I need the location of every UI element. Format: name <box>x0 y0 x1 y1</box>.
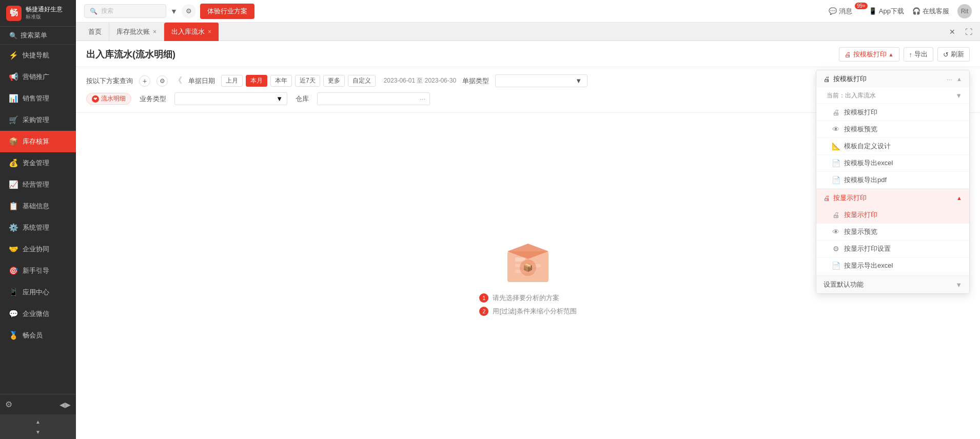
refresh-btn[interactable]: ↺ 刷新 <box>937 47 970 62</box>
tab-inout-flow-close[interactable]: × <box>208 28 211 35</box>
user-avatar[interactable]: Rit <box>957 4 972 18</box>
template-print-icon: 🖨 <box>832 108 840 116</box>
sidebar-logo: 畅 畅捷通好生意 标准版 <box>0 0 76 27</box>
scroll-up-btn[interactable]: ▲ <box>35 416 41 427</box>
customer-service-btn[interactable]: 🎧 在线客服 <box>912 7 949 16</box>
sidebar-item-app-center[interactable]: 📱 应用中心 <box>0 282 76 303</box>
template-export-excel-icon: 📄 <box>832 159 840 167</box>
page-title: 出入库流水(流水明细) <box>86 48 175 61</box>
sidebar-item-finance[interactable]: 💰 资金管理 <box>0 152 76 174</box>
biz-type-input[interactable]: ▼ <box>174 92 287 105</box>
date-cur-year-btn[interactable]: 本年 <box>270 75 292 87</box>
print-dropdown-panel: 🖨 按模板打印 ··· ▲ 当前：出入库流水 ▼ <box>816 70 970 294</box>
template-preview-item[interactable]: 👁 按模板预览 <box>816 121 969 138</box>
system-icon: ⚙️ <box>8 223 18 232</box>
date-range-text: 2023-06-01 至 2023-06-30 <box>384 76 456 85</box>
template-print-item[interactable]: 🖨 按模板打印 <box>816 104 969 121</box>
sidebar-item-purchase[interactable]: 🛒 采购管理 <box>0 109 76 131</box>
empty-step-2: 2 用[过滤]条件来缩小分析范围 <box>479 307 576 316</box>
sidebar-item-sales[interactable]: 📊 销售管理 <box>0 88 76 109</box>
trial-btn[interactable]: 体验行业方案 <box>200 4 254 19</box>
app-download-btn[interactable]: 📱 App下载 <box>869 7 904 16</box>
tab-batch-account-close[interactable]: × <box>153 28 156 35</box>
display-preview-item[interactable]: 👁 按显示预览 <box>816 224 969 241</box>
display-print-settings-item[interactable]: ⚙ 按显示打印设置 <box>816 241 969 257</box>
search-menu-icon: 🔍 <box>9 32 17 39</box>
template-export-pdf-item[interactable]: 📄 按模板导出pdf <box>816 172 969 189</box>
export-icon: ↑ <box>909 51 913 58</box>
sidebar-item-marketing[interactable]: 📢 营销推广 <box>0 66 76 88</box>
sidebar-item-system[interactable]: ⚙️ 系统管理 <box>0 217 76 238</box>
sidebar-item-quick-nav[interactable]: ⚡ 快捷导航 <box>0 45 76 66</box>
doc-type-label: 单据类型 <box>462 76 489 86</box>
warehouse-input[interactable]: ··· <box>317 92 430 105</box>
sidebar-item-enterprise-wechat[interactable]: 💬 企业微信 <box>0 303 76 325</box>
sidebar-item-label: 应用中心 <box>23 288 49 297</box>
sidebar-item-newbie[interactable]: 🎯 新手引导 <box>0 260 76 282</box>
sidebar-collapse-btn[interactable]: ◀▶ <box>60 401 71 409</box>
panel-header-dots[interactable]: ··· <box>947 75 952 83</box>
plus-icon: + <box>143 77 147 85</box>
template-export-pdf-icon: 📄 <box>832 176 840 184</box>
sidebar-settings-btn[interactable]: ⚙ <box>5 400 12 409</box>
win-maximize-btn[interactable]: ⛶ <box>963 26 975 38</box>
display-print-item[interactable]: 🖨 按显示打印 <box>816 207 969 224</box>
main-area: 🔍 搜索 ▼ ⚙ 体验行业方案 💬 消息 99+ 📱 App下载 🎧 在线客服 <box>76 0 980 439</box>
print-template-btn[interactable]: 🖨 按模板打印 ▲ <box>839 47 899 62</box>
display-export-excel-label: 按显示导出excel <box>844 261 893 270</box>
app-center-icon: 📱 <box>8 288 18 297</box>
tab-inout-flow[interactable]: 出入库流水 × <box>164 23 219 41</box>
header-left: 🔍 搜索 ▼ ⚙ 体验行业方案 <box>84 4 254 19</box>
sidebar-item-label: 采购管理 <box>23 115 49 125</box>
warehouse-more[interactable]: ··· <box>420 95 425 103</box>
filter-settings-btn[interactable]: ⚙ <box>156 75 168 87</box>
panel-footer-chevron[interactable]: ▼ <box>955 281 962 289</box>
sidebar: 畅 畅捷通好生意 标准版 🔍 搜索菜单 ⚡ 快捷导航 📢 营销推广 📊 销售管理… <box>0 0 76 439</box>
header-dropdown-btn[interactable]: ▼ <box>170 7 178 15</box>
display-section-chevron[interactable]: ▲ <box>956 195 962 201</box>
sidebar-item-operations[interactable]: 📈 经营管理 <box>0 174 76 195</box>
collapse-icon: 《 <box>174 76 182 85</box>
template-export-excel-item[interactable]: 📄 按模板导出excel <box>816 155 969 172</box>
panel-section-display-header[interactable]: 🖨 按显示打印 ▲ <box>816 189 969 207</box>
current-template-chevron[interactable]: ▼ <box>955 92 962 99</box>
sidebar-item-inventory[interactable]: 📦 库存核算 <box>0 131 76 152</box>
date-filters: 上月 本月 本年 近7天 更多 自定义 <box>221 75 376 87</box>
step-2-text: 用[过滤]条件来缩小分析范围 <box>493 307 576 316</box>
tab-batch-account[interactable]: 库存批次账 × <box>109 23 164 41</box>
panel-section-template: 🖨 按模板打印 ··· ▲ 当前：出入库流水 ▼ <box>816 70 969 189</box>
doc-type-select[interactable]: ▼ <box>495 74 587 87</box>
tab-home[interactable]: 首页 <box>81 23 109 41</box>
filter-collapse-btn[interactable]: 《 <box>174 75 182 86</box>
print-template-label: 按模板打印 <box>853 50 887 59</box>
sidebar-item-member[interactable]: 🏅 畅会员 <box>0 325 76 346</box>
header-right: 💬 消息 99+ 📱 App下载 🎧 在线客服 Rit <box>829 4 972 18</box>
enterprise-icon: 🤝 <box>8 245 18 254</box>
header-settings-btn[interactable]: ⚙ <box>182 4 196 18</box>
date-prev-month-btn[interactable]: 上月 <box>221 75 243 87</box>
search-menu-button[interactable]: 🔍 搜索菜单 <box>0 27 76 45</box>
sidebar-bottom: ⚙ ◀▶ <box>0 394 76 414</box>
panel-chevron-up[interactable]: ▲ <box>956 76 962 82</box>
date-7days-btn[interactable]: 近7天 <box>295 75 320 87</box>
sidebar-item-basic-info[interactable]: 📋 基础信息 <box>0 195 76 217</box>
template-custom-design-label: 模板自定义设计 <box>844 142 891 151</box>
scroll-down-btn[interactable]: ▼ <box>35 427 41 437</box>
messages-btn[interactable]: 💬 消息 99+ <box>829 7 860 16</box>
page-header: 出入库流水(流水明细) 🖨 按模板打印 ▲ ↑ 导出 ↺ 刷新 <box>76 41 980 67</box>
template-print-header-label: 按模板打印 <box>833 74 867 84</box>
panel-footer[interactable]: 设置默认功能 ▼ <box>816 275 969 293</box>
header-search-box[interactable]: 🔍 搜索 <box>84 4 166 18</box>
sidebar-item-enterprise[interactable]: 🤝 企业协同 <box>0 238 76 260</box>
display-export-excel-item[interactable]: 📄 按显示导出excel <box>816 257 969 274</box>
filter-add-btn[interactable]: + <box>139 75 150 87</box>
export-btn[interactable]: ↑ 导出 <box>904 47 934 62</box>
win-close-btn[interactable]: ✕ <box>946 26 958 38</box>
tab-batch-account-label: 库存批次账 <box>116 27 150 36</box>
date-more-btn[interactable]: 更多 <box>323 75 345 87</box>
doc-type-chevron: ▼ <box>575 77 582 85</box>
date-custom-btn[interactable]: 自定义 <box>348 75 376 87</box>
date-cur-month-btn[interactable]: 本月 <box>246 75 267 87</box>
template-custom-design-item[interactable]: 📐 模板自定义设计 <box>816 138 969 155</box>
panel-section-template-header[interactable]: 🖨 按模板打印 ··· ▲ <box>816 70 969 88</box>
